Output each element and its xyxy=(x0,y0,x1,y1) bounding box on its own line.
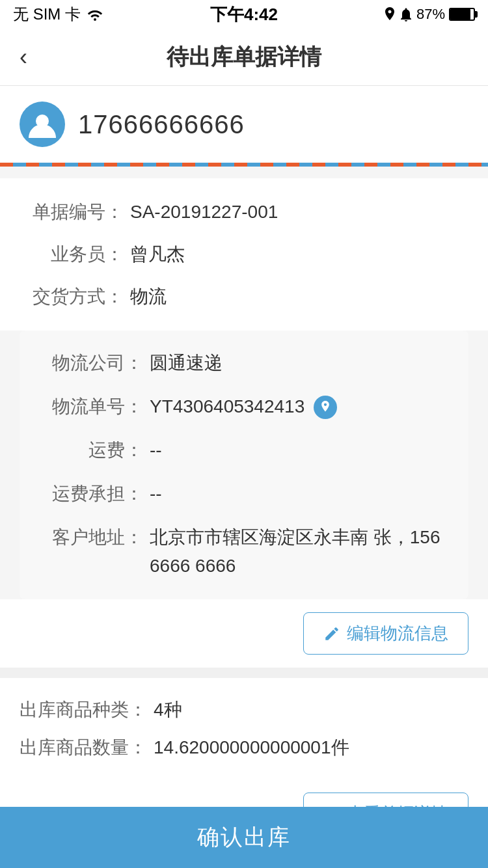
freight-bearer-value: -- xyxy=(143,480,449,509)
edit-logistics-label: 编辑物流信息 xyxy=(347,622,448,645)
logistics-tracking-value: YT4306405342413 xyxy=(143,392,449,422)
delivery-method-row: 交货方式： 物流 xyxy=(20,282,468,312)
dashed-divider xyxy=(0,163,488,167)
logistics-card: 物流公司： 圆通速递 物流单号： YT4306405342413 运费： -- … xyxy=(20,331,468,599)
edit-logistics-button[interactable]: 编辑物流信息 xyxy=(303,612,468,655)
carrier-label: 无 SIM 卡 xyxy=(13,4,81,25)
goods-quantity-label: 出库商品数量： xyxy=(20,735,147,760)
goods-section: 出库商品种类： 4种 出库商品数量： 14.620000000000001件 xyxy=(0,678,488,780)
order-number-label: 单据编号： xyxy=(20,198,124,227)
map-pin-icon xyxy=(319,401,332,414)
nav-bar: ‹ 待出库单据详情 xyxy=(0,29,488,86)
logistics-tracking-row: 物流单号： YT4306405342413 xyxy=(39,392,449,422)
logistics-tracking-label: 物流单号： xyxy=(39,392,143,422)
back-button[interactable]: ‹ xyxy=(20,37,34,77)
avatar-icon xyxy=(29,111,56,138)
freight-bearer-label: 运费承担： xyxy=(39,480,143,509)
confirm-button[interactable]: 确认出库 xyxy=(197,822,291,852)
freight-value: -- xyxy=(143,436,449,465)
edit-btn-row: 编辑物流信息 xyxy=(0,599,488,668)
address-value: 北京市市辖区海淀区永丰南 张，156 6666 6666 xyxy=(143,523,449,582)
goods-type-label: 出库商品种类： xyxy=(20,698,147,722)
edit-icon xyxy=(323,625,340,642)
order-number-value: SA-20191227-001 xyxy=(124,198,468,227)
battery-icon xyxy=(449,8,475,21)
sales-person-row: 业务员： 曾凡杰 xyxy=(20,240,468,269)
wifi-icon xyxy=(86,8,104,21)
location-status-icon xyxy=(384,7,396,21)
goods-quantity-row: 出库商品数量： 14.620000000000001件 xyxy=(20,735,468,760)
logistics-company-row: 物流公司： 圆通速递 xyxy=(39,349,449,378)
logistics-company-label: 物流公司： xyxy=(39,349,143,378)
tracking-number: YT4306405342413 xyxy=(150,392,305,422)
user-avatar xyxy=(20,102,65,147)
goods-type-value: 4种 xyxy=(147,698,182,722)
address-label: 客户地址： xyxy=(39,523,143,552)
order-info-section: 单据编号： SA-20191227-001 业务员： 曾凡杰 交货方式： 物流 xyxy=(0,178,488,331)
goods-type-row: 出库商品种类： 4种 xyxy=(20,698,468,722)
sales-person-value: 曾凡杰 xyxy=(124,240,468,269)
user-header: 17666666666 xyxy=(0,86,488,163)
page-title: 待出库单据详情 xyxy=(167,42,321,72)
status-bar: 无 SIM 卡 下午4:42 87% xyxy=(0,0,488,29)
freight-label: 运费： xyxy=(39,436,143,465)
user-phone: 17666666666 xyxy=(78,110,245,139)
status-time: 下午4:42 xyxy=(210,3,278,26)
battery-percent: 87% xyxy=(416,6,445,23)
alarm-icon xyxy=(400,7,413,21)
address-row: 客户地址： 北京市市辖区海淀区永丰南 张，156 6666 6666 xyxy=(39,523,449,582)
freight-row: 运费： -- xyxy=(39,436,449,465)
order-number-row: 单据编号： SA-20191227-001 xyxy=(20,198,468,227)
freight-bearer-row: 运费承担： -- xyxy=(39,480,449,509)
section-divider xyxy=(0,668,488,678)
delivery-method-value: 物流 xyxy=(124,282,468,312)
status-left: 无 SIM 卡 xyxy=(13,4,104,25)
location-icon[interactable] xyxy=(314,396,337,419)
confirm-area: 确认出库 xyxy=(0,807,488,868)
status-right: 87% xyxy=(384,6,475,23)
logistics-company-value: 圆通速递 xyxy=(143,349,449,378)
sales-person-label: 业务员： xyxy=(20,240,124,269)
main-content: 17666666666 单据编号： SA-20191227-001 业务员： 曾… xyxy=(0,86,488,868)
goods-quantity-value: 14.620000000000001件 xyxy=(147,735,349,760)
delivery-method-label: 交货方式： xyxy=(20,282,124,312)
